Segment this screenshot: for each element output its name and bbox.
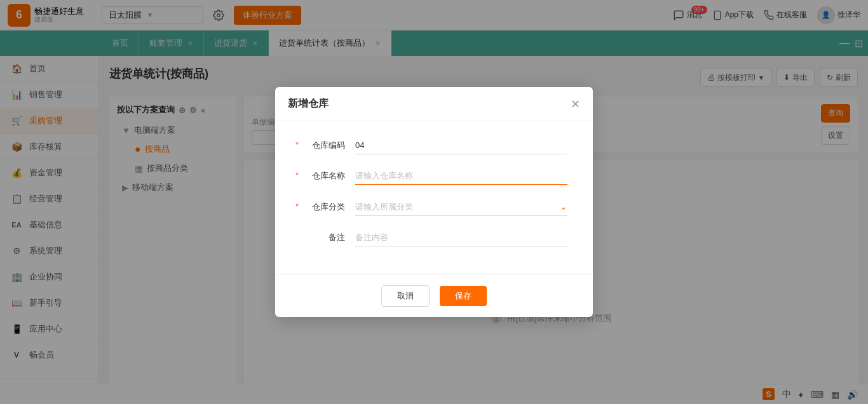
form-label-name: 仓库名称 (301, 170, 345, 182)
form-row-code: 仓库编码 (301, 137, 567, 154)
modal-overlay[interactable]: 新增仓库 ✕ 仓库编码 仓库名称 仓库分类 ⌄ (0, 0, 868, 404)
warehouse-category-select[interactable]: ⌄ (355, 198, 567, 216)
remark-input[interactable] (355, 229, 567, 246)
dialog-close-button[interactable]: ✕ (571, 98, 580, 110)
form-row-remark: 备注 (301, 229, 567, 246)
dialog-footer: 取消 保存 (275, 274, 593, 317)
form-label-code: 仓库编码 (301, 140, 345, 151)
dialog-title: 新增仓库 (288, 97, 329, 111)
dialog-header: 新增仓库 ✕ (275, 87, 593, 121)
form-label-category: 仓库分类 (301, 201, 345, 213)
save-button[interactable]: 保存 (440, 286, 487, 306)
form-label-remark: 备注 (301, 232, 345, 243)
form-row-name: 仓库名称 (301, 167, 567, 185)
form-row-category: 仓库分类 ⌄ (301, 198, 567, 216)
dialog-body: 仓库编码 仓库名称 仓库分类 ⌄ 备注 (275, 121, 593, 274)
warehouse-code-input[interactable] (355, 137, 567, 154)
dialog: 新增仓库 ✕ 仓库编码 仓库名称 仓库分类 ⌄ (275, 87, 593, 317)
warehouse-name-input[interactable] (355, 167, 567, 185)
category-chevron-icon[interactable]: ⌄ (560, 201, 567, 212)
cancel-button[interactable]: 取消 (381, 285, 430, 307)
category-select-input[interactable] (355, 202, 560, 212)
